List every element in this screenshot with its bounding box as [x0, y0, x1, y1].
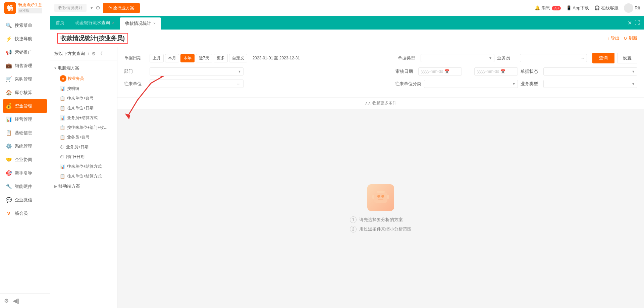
tabbar-expand-icon[interactable]: ⛶ [635, 20, 640, 26]
sidebar-item-basicinfo[interactable]: 📋 基础信息 [0, 126, 50, 140]
date-dash: — [466, 69, 470, 74]
sidebar-item-finance[interactable]: 💰 资金管理 [3, 99, 47, 113]
header-gear-icon[interactable]: ⚙ [96, 5, 100, 11]
sidebar-item-label: 系统管理 [15, 143, 32, 149]
query-button[interactable]: 查询 [592, 53, 614, 63]
party-dots-icon[interactable]: ··· [237, 81, 240, 86]
date-btn-last-month[interactable]: 上月 [150, 54, 164, 62]
scheme-item-unit-dept[interactable]: 📋 按往来单位+部门+收... [50, 123, 117, 133]
date-btn-this-year[interactable]: 本年 [180, 54, 195, 62]
search-icon: 🔍 [5, 22, 12, 29]
header: 收款情况统计 ▾ ⚙ 体验行业方案 🔔 消息 99+ 📱 App下载 🎧 在线客… [50, 0, 644, 16]
empty-tips: 1 请先选择要分析的方案 2 用过滤条件来缩小分析范围 [350, 216, 412, 233]
party-select[interactable]: ··· [150, 80, 244, 88]
date-btn-this-month[interactable]: 本月 [165, 54, 179, 62]
user-info[interactable]: Rit [624, 3, 640, 13]
scheme-item-label: 往来单位+结算方式 [67, 173, 102, 179]
scheme-item-sale-settle[interactable]: 📊 业务员+结算方式 [50, 113, 117, 123]
salesperson-select[interactable]: ··· [520, 54, 587, 62]
scheme-item-salesperson[interactable]: ● 按业务员 [50, 73, 117, 84]
scheme-item-label: 按明细 [67, 86, 79, 92]
sidebar-item-member[interactable]: V 畅会员 [0, 207, 50, 220]
date-label: 单据日期 [124, 55, 144, 61]
active-badge: ● [60, 75, 66, 82]
scheme-group-mobile-header[interactable]: ▶ 移动端方案 [50, 181, 117, 191]
trial-button[interactable]: 体验行业方案 [103, 3, 140, 13]
tab-receipt-label: 收款情况统计 [125, 20, 151, 27]
footer-collapse-icon[interactable]: ◀‖ [13, 298, 19, 304]
header-dropdown-icon[interactable]: ▾ [91, 5, 93, 10]
filter-row-2: 部门 ▾ 审核日期 yyyy-mm-dd 📅 — yyyy-mm-dd [124, 67, 637, 75]
filter-actions: 查询 设置 [592, 53, 637, 63]
date-btn-custom[interactable]: 自定义 [229, 54, 247, 62]
collapse-up-icon: ∧∧ [365, 101, 371, 106]
voucher-status-select[interactable]: ▾ [543, 67, 637, 75]
tip-1-number: 1 [350, 216, 357, 223]
party-class-label: 往来单位分类 [395, 81, 421, 87]
calendar-icon-2: 📅 [500, 69, 505, 74]
collapse-bar[interactable]: ∧∧ 收起更多条件 [117, 97, 644, 109]
sidebar-item-quicknav[interactable]: ⚡ 快捷导航 [0, 32, 50, 46]
scheme-item-unit-account[interactable]: 📋 往来单位+账号 [50, 94, 117, 103]
tab-bank[interactable]: 现金银行流水查询 × [70, 16, 120, 30]
marketing-icon: 📢 [5, 49, 12, 56]
filter-form: 单据日期 上月 本月 本年 近7天 更多 自定义 2023-01-01 至 20… [117, 47, 644, 97]
salesperson-dots-icon[interactable]: ··· [581, 56, 584, 60]
date-btn-7days[interactable]: 近7天 [196, 54, 212, 62]
scheme-item-unit-settle2[interactable]: 📋 往来单位+结算方式 [50, 171, 117, 181]
sidebar-item-search[interactable]: 🔍 搜索菜单 [0, 19, 50, 32]
sidebar-item-purchase[interactable]: 🛒 采购管理 [0, 72, 50, 86]
review-date-start[interactable]: yyyy-mm-dd 📅 [418, 67, 462, 75]
unit-date-icon: 📋 [60, 106, 65, 111]
sidebar-item-wechat[interactable]: 💬 企业微信 [0, 193, 50, 207]
scheme-item-detail[interactable]: 📊 按明细 [50, 84, 117, 94]
notification-wrap[interactable]: 🔔 消息 99+ [535, 5, 561, 11]
business-type-select[interactable]: ▾ [543, 80, 637, 88]
sidebar-item-system[interactable]: ⚙️ 系统管理 [0, 140, 50, 153]
sidebar-item-marketing[interactable]: 📢 营销推广 [0, 46, 50, 59]
sidebar-item-hardware[interactable]: 🔧 智能硬件 [0, 180, 50, 193]
scheme-group-desktop-header[interactable]: ▾ 电脑端方案 [50, 63, 117, 73]
sidebar-item-operation[interactable]: 📊 经营管理 [0, 113, 50, 126]
sidebar-item-sales[interactable]: 💼 销售管理 [0, 59, 50, 72]
tab-receipt[interactable]: 收款情况统计 × [120, 17, 161, 30]
scheme-item-dept-date[interactable]: ⏱ 部门+日期 [50, 152, 117, 162]
scheme-item-sale-date[interactable]: ⏱ 业务员+日期 [50, 142, 117, 152]
party-class-select[interactable]: ▾ [424, 80, 518, 88]
settings-button[interactable]: 设置 [617, 53, 637, 63]
sidebar-item-collab[interactable]: 🤝 企业协同 [0, 153, 50, 166]
app-download-wrap[interactable]: 📱 App下载 [566, 5, 589, 11]
sidebar-item-label: 企业协同 [15, 157, 32, 163]
tabbar-close-icon[interactable]: ✕ [628, 20, 632, 26]
sidebar-item-guide[interactable]: 🎯 新手引导 [0, 166, 50, 180]
tab-receipt-close-icon[interactable]: × [153, 21, 156, 26]
sidebar-item-warehouse[interactable]: 🏠 库存核算 [0, 86, 50, 99]
footer-settings-icon[interactable]: ⚙ [4, 298, 9, 304]
detail-icon: 📊 [60, 86, 65, 91]
scheme-item-unit-settle1[interactable]: 📊 往来单位+结算方式 [50, 162, 117, 171]
refresh-button[interactable]: ↻ 刷新 [624, 35, 637, 41]
customer-service-wrap[interactable]: 🎧 在线客服 [594, 5, 619, 11]
scheme-add-icon[interactable]: + [87, 51, 90, 56]
scheme-collapse-icon[interactable]: 《 [98, 51, 103, 57]
sidebar-footer: ⚙ ◀‖ [0, 293, 50, 308]
scheme-item-label: 往来单位+账号 [67, 96, 94, 101]
dept-arrow-icon: ▾ [238, 69, 240, 74]
scheme-settings-icon[interactable]: ⚙ [92, 51, 96, 56]
review-date-end[interactable]: yyyy-mm-dd 📅 [474, 67, 518, 75]
empty-state: 1 请先选择要分析的方案 2 用过滤条件来缩小分析范围 [117, 109, 644, 308]
scheme-item-sale-account[interactable]: 📋 业务员+账号 [50, 133, 117, 142]
scheme-item-unit-date[interactable]: 📋 往来单位+日期 [50, 103, 117, 113]
voucher-type-select[interactable]: ▾ [421, 54, 494, 62]
scheme-item-label: 业务员+结算方式 [67, 115, 98, 121]
warehouse-icon: 🏠 [5, 89, 12, 96]
svg-rect-2 [381, 195, 384, 198]
tab-bank-close-icon[interactable]: × [112, 20, 114, 25]
tab-home[interactable]: 首页 [50, 16, 70, 30]
wechat-icon: 💬 [5, 197, 12, 203]
header-breadcrumb: 收款情况统计 [54, 4, 87, 12]
dept-select[interactable]: ▾ [150, 67, 244, 75]
svg-rect-6 [387, 195, 389, 199]
export-button[interactable]: ↑ 导出 [607, 35, 620, 41]
date-btn-more[interactable]: 更多 [214, 54, 228, 62]
